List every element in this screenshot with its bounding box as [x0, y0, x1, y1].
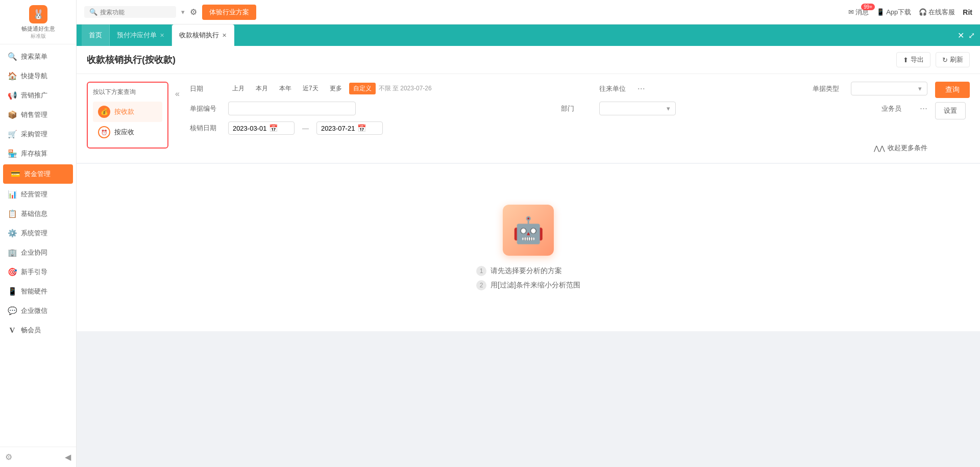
sidebar-item-guide[interactable]: 🎯 新手引导	[0, 262, 76, 282]
sidebar-item-label: 经营管理	[21, 190, 47, 199]
filter-main: 日期 上月 本月 本年 近7天 更多 自定义 不限 至 2023-07-26 往…	[190, 82, 927, 155]
tab-receipt[interactable]: 收款核销执行 ✕	[172, 24, 234, 46]
sidebar-item-label: 智能硬件	[21, 287, 47, 296]
verify-date-start-picker[interactable]: 2023-03-01 📅	[228, 121, 295, 135]
sidebar-item-inventory[interactable]: 🏪 库存核算	[0, 144, 76, 163]
filter-row-2: 单据编号 部门 ▾ 业务员 ···	[190, 102, 927, 115]
export-icon: ⬆	[903, 56, 909, 64]
tab-close-icon[interactable]: ✕	[222, 32, 227, 39]
collapse-sidebar-icon[interactable]: ◀	[65, 452, 71, 462]
tip-text-1: 请先选择要分析的方案	[491, 266, 562, 276]
collapse-icon: ⋀⋀	[874, 144, 885, 152]
sidebar-item-finance[interactable]: 💳 资金管理	[3, 164, 73, 184]
dept-label: 部门	[561, 104, 592, 113]
message-button[interactable]: ✉ 消息 99+	[848, 8, 869, 17]
counterparty-selector[interactable]: ···	[638, 83, 645, 94]
date-range-display: 不限 至 2023-07-26	[379, 84, 432, 93]
staff-selector[interactable]: ···	[920, 103, 927, 114]
user-account[interactable]: Rit	[963, 8, 972, 16]
tab-home[interactable]: 首页	[82, 24, 110, 46]
empty-tip-1: 1 请先选择要分析的方案	[476, 266, 580, 276]
tabbar: 首页 预付冲应付单 ✕ 收款核销执行 ✕ ✕ ⤢	[77, 24, 980, 46]
sidebar-item-label: 快捷导航	[21, 71, 47, 81]
receipt-icon: 💰	[98, 106, 110, 118]
sidebar-item-basic[interactable]: 📋 基础信息	[0, 204, 76, 224]
date-last-7days[interactable]: 近7天	[299, 83, 323, 94]
sidebar-item-purchase[interactable]: 🛒 采购管理	[0, 125, 76, 144]
tab-label: 首页	[89, 31, 102, 40]
sidebar-item-marketing[interactable]: 📢 营销推广	[0, 86, 76, 105]
finance-icon: 💳	[11, 169, 20, 179]
date-custom[interactable]: 自定义	[349, 83, 376, 94]
sidebar-item-hardware[interactable]: 📱 智能硬件	[0, 282, 76, 301]
doc-no-input[interactable]	[228, 102, 356, 115]
date-more[interactable]: 更多	[326, 83, 346, 94]
logo-icon: 🐰	[29, 5, 47, 23]
doc-type-selector[interactable]: ▾	[851, 82, 927, 95]
service-label: 在线客服	[928, 8, 955, 17]
search-icon: 🔍	[8, 52, 17, 61]
tip-text-2: 用[过滤]条件来缩小分析范围	[491, 281, 580, 290]
doc-type-label: 单据类型	[813, 84, 843, 93]
online-service-button[interactable]: 🎧 在线客服	[919, 8, 955, 17]
collapse-more-button[interactable]: ⋀⋀ 收起更多条件	[190, 141, 927, 155]
sidebar-item-system[interactable]: ⚙️ 系统管理	[0, 224, 76, 243]
search-input[interactable]	[100, 9, 166, 16]
settings-icon[interactable]: ⚙	[190, 7, 197, 17]
page-header: 收款核销执行(按收款) ⬆ 导出 ↻ 刷新	[77, 46, 980, 74]
sidebar-item-search[interactable]: 🔍 搜索菜单	[0, 47, 76, 66]
expand-icon[interactable]: ⤢	[968, 31, 975, 40]
chart-icon: 📊	[8, 190, 17, 199]
sidebar-item-wechat[interactable]: 💬 企业微信	[0, 301, 76, 321]
chevron-down-icon[interactable]: ▾	[181, 8, 185, 16]
chevron-down-icon: ▾	[667, 105, 670, 112]
verify-date-start-value: 2023-03-01	[233, 125, 267, 132]
date-this-month[interactable]: 本月	[252, 83, 272, 94]
filter-option-by-receipt[interactable]: 💰 按收款	[93, 102, 162, 122]
sidebar-item-operations[interactable]: 📊 经营管理	[0, 185, 76, 204]
mobile-icon: 📱	[876, 8, 885, 16]
filter-option-by-receivable[interactable]: ⏰ 按应收	[93, 122, 162, 142]
topbar-search-box[interactable]: 🔍	[84, 6, 176, 18]
tab-prepay[interactable]: 预付冲应付单 ✕	[110, 24, 172, 46]
sidebar-item-label: 库存核算	[21, 149, 47, 158]
tab-close-icon[interactable]: ✕	[160, 32, 164, 39]
cart-icon: 🛒	[8, 130, 17, 139]
phone-icon: 📱	[8, 287, 17, 296]
gear-icon: ⚙️	[8, 229, 17, 238]
building-icon: 🏢	[8, 248, 17, 257]
sidebar-item-member[interactable]: V 畅会员	[0, 321, 76, 340]
filter-option-label: 按应收	[114, 128, 134, 137]
date-shortcuts: 上月 本月 本年 近7天 更多 自定义 不限 至 2023-07-26	[228, 83, 432, 94]
refresh-button[interactable]: ↻ 刷新	[936, 52, 970, 67]
receivable-icon: ⏰	[98, 126, 110, 138]
store-icon: 🏪	[8, 149, 17, 158]
solution-button[interactable]: 体验行业方案	[202, 5, 256, 20]
verify-date-end-picker[interactable]: 2023-07-21 📅	[316, 121, 383, 135]
query-button[interactable]: 查询	[935, 82, 970, 98]
filter-settings-button[interactable]: 设置	[935, 102, 966, 119]
sidebar-bottom: ⚙ ◀	[0, 447, 76, 467]
sidebar-item-enterprise[interactable]: 🏢 企业协同	[0, 243, 76, 262]
tab-label: 收款核销执行	[179, 31, 219, 40]
calendar-icon: 📅	[357, 124, 366, 132]
date-last-month[interactable]: 上月	[228, 83, 249, 94]
date-separator: —	[302, 125, 309, 132]
collapse-filter-icon[interactable]: «	[173, 87, 182, 101]
headset-icon: 🎧	[919, 8, 927, 16]
search-icon: 🔍	[89, 8, 97, 16]
sidebar-item-label: 资金管理	[24, 169, 51, 179]
target-icon: 🎯	[8, 267, 17, 277]
date-this-year[interactable]: 本年	[275, 83, 296, 94]
sidebar-menu: 🔍 搜索菜单 🏠 快捷导航 📢 营销推广 📦 销售管理 🛒 采购管理 🏪 库存核…	[0, 44, 76, 447]
sidebar-item-nav[interactable]: 🏠 快捷导航	[0, 66, 76, 86]
verify-date-label: 核销日期	[190, 124, 220, 133]
dept-selector[interactable]: ▾	[599, 102, 676, 115]
export-button[interactable]: ⬆ 导出	[896, 52, 930, 67]
sidebar-item-label: 基础信息	[21, 209, 47, 218]
main-area: 🔍 ▾ ⚙ 体验行业方案 ✉ 消息 99+ 📱 App下载 🎧 在线客服 Rit	[77, 0, 980, 467]
close-all-icon[interactable]: ✕	[958, 31, 964, 40]
settings-bottom-icon[interactable]: ⚙	[5, 452, 12, 462]
sidebar-item-sales[interactable]: 📦 销售管理	[0, 105, 76, 125]
app-download-button[interactable]: 📱 App下载	[876, 8, 911, 17]
